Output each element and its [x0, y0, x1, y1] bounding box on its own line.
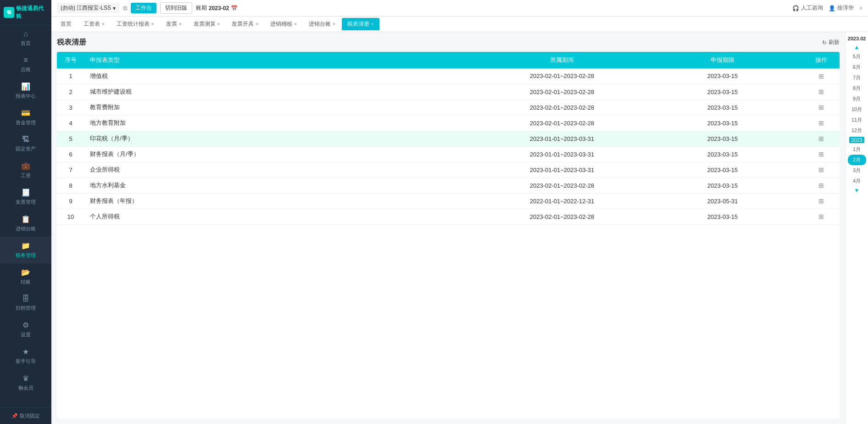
month-item-2-active[interactable]: 2月: [848, 155, 866, 165]
cell-deadline-1: 2023-03-15: [642, 84, 803, 100]
action-icon-7[interactable]: ⊞: [818, 182, 824, 189]
sidebar-item-label: 首页: [21, 40, 31, 47]
sidebar-item-fund[interactable]: 💳 资金管理: [0, 104, 51, 131]
sidebar-item-settings[interactable]: ⚙ 设置: [0, 316, 51, 343]
tab-invoice-open[interactable]: 发票开具 ×: [226, 18, 264, 30]
table-row: 7 企业所得税 2023-01-01~2023-03-31 2023-03-15…: [57, 162, 840, 178]
company-label: (勿动) 江西报宝-LSS: [61, 4, 111, 12]
table-row: 9 财务报表（年报） 2022-01-01~2022-12-31 2023-05…: [57, 193, 840, 209]
sidebar-item-label: 固定资产: [16, 145, 36, 152]
month-item-1[interactable]: 1月: [848, 144, 866, 155]
month-item-3[interactable]: 3月: [848, 165, 866, 176]
sidebar-item-purchase[interactable]: 📋 进销台账: [0, 210, 51, 237]
cell-period-0: 2023-02-01~2023-02-28: [482, 68, 642, 84]
month-item-12[interactable]: 12月: [848, 125, 866, 136]
action-icon-1[interactable]: ⊞: [818, 88, 824, 95]
month-item-8[interactable]: 8月: [848, 83, 866, 94]
tab-invoice-calc-close[interactable]: ×: [217, 22, 220, 27]
month-item-11[interactable]: 11月: [848, 115, 866, 125]
cell-period-2: 2023-02-01~2023-02-28: [482, 100, 642, 115]
sidebar-item-report[interactable]: 📊 报表中心: [0, 78, 51, 104]
tab-purchase-ledger-close[interactable]: ×: [333, 22, 335, 27]
sidebar-item-label: 新手引导: [16, 358, 36, 365]
refresh-button[interactable]: ↻ 刷新: [822, 39, 840, 46]
window-close-button[interactable]: ×: [859, 5, 862, 11]
cell-action-0: ⊞: [803, 68, 840, 84]
sidebar-item-fixed[interactable]: 🏗 固定资产: [0, 131, 51, 157]
headset-icon: 🎧: [792, 5, 799, 11]
action-icon-9[interactable]: ⊞: [818, 213, 824, 220]
action-icon-6[interactable]: ⊞: [818, 166, 824, 173]
sidebar-item-guide[interactable]: ★ 新手引导: [0, 343, 51, 369]
data-table-wrapper: 序号 申报表类型 所属期间 申报期限 操作 1 增值税 2023-02-01~2…: [57, 52, 840, 418]
sidebar-item-close[interactable]: 📂 结账: [0, 263, 51, 290]
home-icon: ⌂: [23, 30, 28, 38]
month-item-7[interactable]: 7月: [848, 73, 866, 83]
cell-seq-8: 9: [57, 193, 84, 209]
action-icon-8[interactable]: ⊞: [818, 197, 824, 205]
old-version-button[interactable]: 切到旧版: [160, 2, 192, 14]
refresh-icon: ↻: [822, 39, 827, 46]
tab-invoice-calc[interactable]: 发票测算 ×: [188, 18, 226, 30]
tab-salary[interactable]: 工资表 ×: [78, 18, 110, 30]
tab-invoice-close[interactable]: ×: [179, 22, 182, 27]
ai-consult-label: 人工咨询: [801, 4, 823, 12]
action-icon-5[interactable]: ⊞: [818, 151, 824, 158]
tab-invoice[interactable]: 发票 ×: [161, 18, 187, 30]
fixed-icon: 🏗: [22, 135, 29, 144]
action-icon-2[interactable]: ⊞: [818, 104, 824, 111]
work-bench-button[interactable]: 工作台: [131, 3, 156, 13]
table-row: 6 财务报表（月/季） 2023-01-01~2023-03-31 2023-0…: [57, 146, 840, 162]
cell-action-6: ⊞: [803, 162, 840, 178]
action-icon-4[interactable]: ⊞: [818, 135, 824, 142]
month-nav-down-btn[interactable]: ▼: [850, 186, 864, 195]
tab-purchase-ledger-label: 进销台账: [309, 20, 331, 28]
sidebar-item-archive[interactable]: 🗄 归档管理: [0, 290, 51, 316]
member-icon: ♛: [22, 374, 29, 383]
tab-tax-clear-close[interactable]: ×: [371, 22, 374, 27]
tab-invoice-calc-label: 发票测算: [194, 20, 216, 28]
tab-home[interactable]: 首页: [55, 18, 77, 30]
company-selector[interactable]: (勿动) 江西报宝-LSS ▾: [57, 3, 119, 13]
cell-type-9: 个人所得税: [84, 209, 482, 224]
cancel-fixed-btn[interactable]: 📌 取消固定: [0, 408, 51, 424]
sidebar-item-member[interactable]: ♛ 畅会员: [0, 369, 51, 396]
month-item-5[interactable]: 5月: [848, 51, 866, 62]
page-content: 税表清册 ↻ 刷新 序号 申报表类型 所属期间 申: [51, 32, 868, 424]
month-item-10[interactable]: 10月: [848, 104, 866, 115]
sidebar-item-ledger[interactable]: ≡ 总账: [0, 51, 51, 78]
sidebar-item-tax[interactable]: 📁 税务管理: [0, 237, 51, 263]
tab-purchase-check-close[interactable]: ×: [294, 22, 297, 27]
sidebar-item-invoice[interactable]: 🧾 发票管理: [0, 184, 51, 210]
tab-salary-close[interactable]: ×: [102, 22, 105, 27]
cell-seq-3: 4: [57, 115, 84, 131]
tab-invoice-open-close[interactable]: ×: [256, 22, 258, 27]
month-item-9[interactable]: 9月: [848, 94, 866, 104]
tab-salary-report[interactable]: 工资统计报表 ×: [111, 18, 160, 30]
month-item-4[interactable]: 4月: [848, 176, 866, 186]
user-name-label: 徐淳华: [837, 4, 854, 12]
month-item-6[interactable]: 6月: [848, 62, 866, 73]
cell-period-3: 2023-02-01~2023-02-28: [482, 115, 642, 131]
user-profile-btn[interactable]: 👤 徐淳华: [829, 4, 854, 12]
action-icon-0[interactable]: ⊞: [818, 73, 824, 80]
salary-icon: 💼: [21, 162, 30, 170]
cell-period-6: 2023-01-01~2023-03-31: [482, 162, 642, 178]
month-nav-up-btn[interactable]: ▲: [850, 43, 864, 51]
panel-year-header: 2023.02: [847, 34, 867, 43]
cell-period-7: 2023-02-01~2023-02-28: [482, 178, 642, 193]
sidebar-item-label: 总账: [21, 66, 31, 73]
period-label: 账期: [196, 4, 207, 12]
ai-consult-btn[interactable]: 🎧 人工咨询: [792, 4, 823, 12]
copy-icon[interactable]: ⧉: [123, 5, 127, 12]
topbar-right: 🎧 人工咨询 👤 徐淳华 ×: [792, 4, 862, 12]
table-row: 4 地方教育附加 2023-02-01~2023-02-28 2023-03-1…: [57, 115, 840, 131]
action-icon-3[interactable]: ⊞: [818, 119, 824, 127]
tab-salary-report-close[interactable]: ×: [151, 22, 154, 27]
tab-purchase-check[interactable]: 进销稽核 ×: [265, 18, 302, 30]
calendar-icon[interactable]: 📅: [231, 5, 238, 11]
sidebar-item-salary[interactable]: 💼 工资: [0, 157, 51, 184]
tab-tax-clear[interactable]: 税表清册 ×: [342, 18, 379, 30]
tab-purchase-ledger[interactable]: 进销台账 ×: [303, 18, 341, 30]
sidebar-item-home[interactable]: ⌂ 首页: [0, 25, 51, 51]
